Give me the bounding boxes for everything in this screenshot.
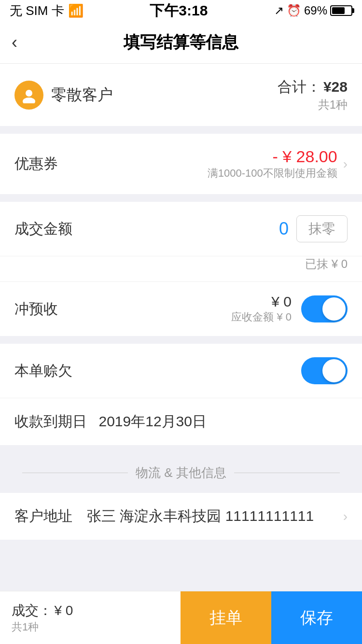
toggle-knob <box>322 297 346 321</box>
coupon-desc: 满1000-100不限制使用金额 <box>208 166 337 181</box>
customer-left: 零散客户 <box>14 81 113 110</box>
prepay-toggle[interactable] <box>301 295 348 322</box>
coupon-label: 优惠券 <box>14 154 58 174</box>
coupon-right-col: - ¥ 28.00 满1000-100不限制使用金额 <box>208 147 337 181</box>
transaction-label: 成交金额 <box>14 219 72 239</box>
customer-right: 合计： ¥28 共1种 <box>278 77 348 112</box>
address-label: 客户地址 <box>14 506 72 526</box>
bottom-deal-row: 成交： ¥ 0 <box>12 602 169 620</box>
prepay-amount: ¥ 0 <box>231 294 292 310</box>
transaction-section: 成交金额 0 抹零 已抹 ¥ 0 冲预收 ¥ 0 应收金额 ¥ 0 <box>0 202 362 336</box>
prepay-label: 冲预收 <box>14 299 58 319</box>
credit-toggle[interactable] <box>301 357 348 384</box>
wifi-icon: 📶 <box>68 3 84 18</box>
credit-row: 本单赊欠 <box>0 344 362 398</box>
nav-bar: ‹ 填写结算等信息 <box>0 21 362 64</box>
page-title: 填写结算等信息 <box>124 31 238 54</box>
logistics-header: 物流 & 其他信息 <box>0 453 362 493</box>
no-sim-text: 无 SIM 卡 <box>10 2 64 19</box>
due-date-label: 收款到期日 <box>14 413 87 429</box>
total-amount: ¥28 <box>323 79 348 95</box>
coupon-right: - ¥ 28.00 满1000-100不限制使用金额 › <box>208 147 348 181</box>
transaction-right: 0 抹零 <box>269 215 348 242</box>
svg-point-1 <box>23 98 35 103</box>
battery-fill <box>332 7 345 14</box>
status-left: 无 SIM 卡 📶 <box>10 2 84 19</box>
prepay-amounts: ¥ 0 应收金额 ¥ 0 <box>231 294 292 324</box>
total-label: 合计： <box>278 79 321 95</box>
prepay-sub-amount: 应收金额 ¥ 0 <box>231 310 292 324</box>
svg-point-0 <box>26 90 32 97</box>
coupon-section: 优惠券 - ¥ 28.00 满1000-100不限制使用金额 › <box>0 134 362 194</box>
bottom-deal-label: 成交： <box>12 603 52 618</box>
battery-percent: 69% <box>304 4 327 17</box>
status-time: 下午3:18 <box>150 1 208 21</box>
address-chevron-icon: › <box>343 509 348 524</box>
gps-icon: ↗ <box>274 4 284 17</box>
total-line: 合计： ¥28 <box>278 77 348 97</box>
status-right: ↗ ⏰ 69% <box>274 4 352 17</box>
due-date-section: 收款到期日 2019年12月30日 <box>0 398 362 445</box>
total-count: 共1种 <box>278 97 348 112</box>
address-value: 张三 海淀永丰科技园 11111111111 <box>87 506 343 526</box>
main-content: 零散客户 合计： ¥28 共1种 优惠券 - ¥ 28.00 满1000-100… <box>0 64 362 605</box>
back-button[interactable]: ‹ <box>12 32 17 53</box>
alarm-icon: ⏰ <box>287 4 301 17</box>
customer-section: 零散客户 合计： ¥28 共1种 <box>0 64 362 126</box>
prepay-row: 冲预收 ¥ 0 应收金额 ¥ 0 <box>0 281 362 336</box>
bottom-left: 成交： ¥ 0 共1种 <box>0 591 181 644</box>
credit-section: 本单赊欠 收款到期日 2019年12月30日 <box>0 344 362 445</box>
erase-button[interactable]: 抹零 <box>296 215 348 242</box>
battery-icon <box>330 5 352 16</box>
credit-toggle-knob <box>322 359 346 382</box>
avatar <box>14 81 43 110</box>
customer-row: 零散客户 合计： ¥28 共1种 <box>0 64 362 126</box>
bottom-deal-amount: ¥ 0 <box>54 603 73 618</box>
bottom-count: 共1种 <box>12 620 169 634</box>
chevron-right-icon: › <box>343 156 348 172</box>
coupon-amount: - ¥ 28.00 <box>208 147 337 166</box>
coupon-row[interactable]: 优惠券 - ¥ 28.00 满1000-100不限制使用金额 › <box>0 134 362 194</box>
bottom-bar: 成交： ¥ 0 共1种 挂单 保存 <box>0 591 362 644</box>
address-row[interactable]: 客户地址 张三 海淀永丰科技园 11111111111 › <box>0 493 362 540</box>
address-section: 客户地址 张三 海淀永丰科技园 11111111111 › <box>0 493 362 540</box>
prepay-right: ¥ 0 应收金额 ¥ 0 <box>231 294 348 324</box>
transaction-amount[interactable]: 0 <box>269 219 289 239</box>
transaction-row: 成交金额 0 抹零 <box>0 202 362 256</box>
status-bar: 无 SIM 卡 📶 下午3:18 ↗ ⏰ 69% <box>0 0 362 21</box>
customer-name: 零散客户 <box>51 84 113 106</box>
credit-label: 本单赊欠 <box>14 361 72 381</box>
due-date-value: 2019年12月30日 <box>98 413 206 429</box>
hold-button[interactable]: 挂单 <box>181 591 271 644</box>
already-erased: 已抹 ¥ 0 <box>0 256 362 281</box>
save-button[interactable]: 保存 <box>271 591 362 644</box>
logistics-label: 物流 & 其他信息 <box>136 464 226 481</box>
